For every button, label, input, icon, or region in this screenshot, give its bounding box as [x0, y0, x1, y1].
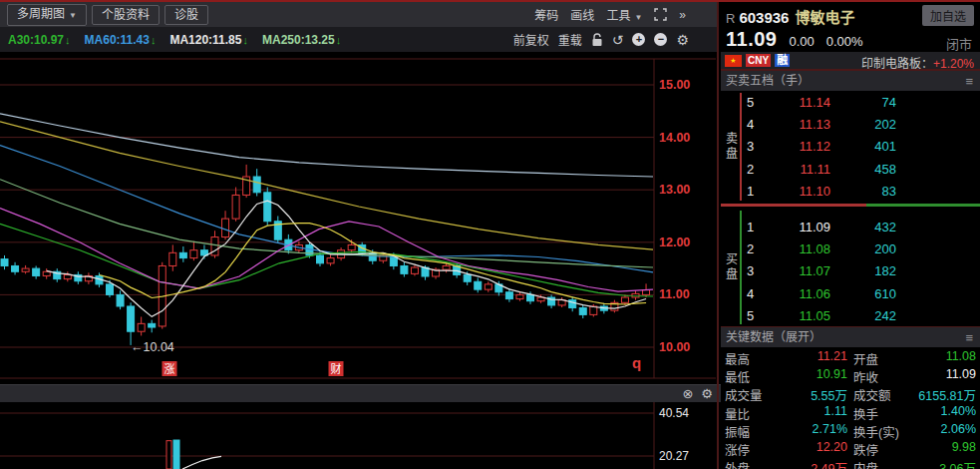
cn-flag-icon: ★	[725, 55, 742, 67]
stock-code: 603936	[739, 9, 789, 26]
last-price: 11.09	[726, 28, 777, 51]
candle-body	[327, 258, 334, 263]
candle-body	[643, 290, 650, 295]
vol-ma-curve	[182, 456, 221, 469]
volume: 458	[830, 162, 896, 177]
level: 5	[743, 308, 765, 323]
ma-legend-item: MA120:11.85↓	[169, 33, 248, 47]
price-change-pct: 0.00%	[826, 34, 863, 49]
candle-body	[464, 274, 471, 281]
subchart-gear-icon[interactable]: ⚙	[701, 386, 713, 401]
order-book-row[interactable]: 511.05242	[743, 305, 980, 327]
settings-gear-icon[interactable]: ⚙	[676, 33, 689, 47]
close-subchart-icon[interactable]: ⊗	[682, 386, 693, 401]
unlock-icon[interactable]	[591, 33, 603, 47]
main-candlestick-chart[interactable]: 15.0014.0013.0012.0011.0010.00←10.04涨财q	[0, 52, 721, 384]
buy-book: 买盘 111.09432211.08200311.07182411.066105…	[721, 209, 980, 326]
candle-body	[527, 294, 534, 300]
fq-mode-button[interactable]: 前复权	[513, 31, 549, 48]
market-status: 闭市	[946, 34, 972, 53]
more-panels-icon[interactable]: »	[679, 8, 686, 22]
buy-rows: 111.09432211.08200311.07182411.06610511.…	[743, 209, 980, 326]
key-data-menu-icon[interactable]: ≡	[965, 327, 973, 348]
level: 4	[743, 117, 765, 132]
period-menu-button[interactable]: 多周期图▼	[7, 4, 87, 26]
volume-chart[interactable]: 40.5420.27	[0, 402, 721, 469]
panel-divider	[717, 2, 719, 469]
order-book-header: 买卖五档（手） ≡	[721, 70, 980, 91]
candle-body	[232, 195, 239, 219]
candle-body	[138, 323, 145, 331]
volume: 242	[830, 308, 896, 323]
order-book-row[interactable]: 411.13202	[743, 113, 980, 135]
sell-rows: 511.1474411.13202311.12401211.11458111.1…	[743, 91, 980, 203]
order-book-row[interactable]: 111.09432	[743, 216, 980, 237]
order-book-row[interactable]: 211.11458	[743, 158, 980, 180]
candle-body	[169, 252, 176, 265]
volume: 401	[830, 139, 896, 154]
candle-body	[128, 306, 135, 331]
candle-body	[33, 268, 40, 275]
reload-button[interactable]: 重载	[558, 31, 582, 48]
candle-body	[149, 323, 156, 327]
undo-icon[interactable]: ↺	[612, 33, 624, 47]
candle-body	[516, 294, 523, 298]
candle-body	[190, 250, 197, 258]
add-watchlist-button[interactable]: 加自选	[922, 5, 974, 26]
order-book-row[interactable]: 311.07182	[743, 260, 980, 282]
level: 4	[743, 286, 765, 301]
y-axis-label: 12.00	[659, 235, 690, 249]
candle-body	[107, 284, 114, 295]
key-data-cell: 换手(实)2.06%	[853, 422, 976, 441]
volume: 74	[830, 95, 896, 110]
sell-book: 卖盘 511.1474411.13202311.12401211.1145811…	[721, 91, 980, 203]
order-book-row[interactable]: 511.1474	[743, 91, 980, 113]
sector-link[interactable]: 印制电路板：+1.20%	[861, 54, 974, 71]
tools-menu-button[interactable]: 工具▼	[606, 6, 642, 23]
fullscreen-icon[interactable]	[654, 8, 667, 21]
chevron-down-icon: ▼	[634, 13, 642, 22]
draw-line-button[interactable]: 画线	[570, 6, 594, 23]
chips-button[interactable]: 筹码	[534, 6, 558, 23]
order-book-row[interactable]: 311.12401	[743, 136, 980, 158]
key-data-grid: 最高11.21开盘11.08最低10.91昨收11.09成交量5.55万成交额6…	[721, 347, 980, 469]
key-data-cell: 昨收11.09	[853, 367, 976, 386]
candle-body	[348, 244, 355, 249]
candle-body	[317, 255, 324, 263]
subchart-controls: ⊗ ⚙	[682, 386, 713, 401]
order-book-menu-icon[interactable]: ≡	[965, 71, 973, 92]
price: 11.11	[765, 162, 830, 177]
key-data-cell: 涨停12.20	[725, 440, 847, 459]
subchart-header-strip	[0, 384, 721, 402]
quote-header: R603936博敏电子 加自选 11.09 0.00 0.00% 闭市	[721, 2, 980, 52]
key-data-cell: 振幅2.71%	[725, 422, 847, 441]
key-data-row: 最低10.91昨收11.09	[721, 367, 980, 385]
candle-body	[505, 292, 512, 299]
ma-legend-item: MA250:13.25↓	[262, 33, 341, 47]
key-data-header: 关键数据（展开） ≡	[721, 326, 980, 347]
zoom-in-icon[interactable]: +	[632, 33, 645, 46]
ma-line-ma250	[0, 114, 653, 177]
price: 11.07	[765, 263, 830, 278]
y-axis-label: 13.00	[659, 183, 690, 197]
level: 5	[743, 95, 765, 110]
sell-rail-line	[740, 93, 742, 201]
zoom-out-icon[interactable]: −	[654, 33, 667, 46]
diagnose-button[interactable]: 诊股	[164, 5, 208, 25]
vol-axis-label: 40.54	[659, 406, 689, 420]
stock-name: 博敏电子	[795, 9, 854, 26]
stock-info-button[interactable]: 个股资料	[92, 5, 160, 25]
currency-badge: CNY	[746, 54, 771, 67]
volume: 200	[830, 241, 896, 256]
order-book-row[interactable]: 411.06610	[743, 282, 980, 304]
order-book-row[interactable]: 111.1083	[743, 181, 980, 203]
key-data-row: 成交量5.55万成交额6155.81万	[721, 386, 980, 404]
level: 2	[743, 162, 765, 177]
price-change: 0.00	[789, 34, 814, 49]
order-book-row[interactable]: 211.08200	[743, 237, 980, 259]
candle-body	[264, 193, 271, 222]
candle-body	[222, 219, 229, 236]
y-axis-label: 11.00	[659, 287, 690, 301]
key-data-row: 最高11.21开盘11.08	[721, 349, 980, 367]
price: 11.13	[765, 117, 830, 132]
